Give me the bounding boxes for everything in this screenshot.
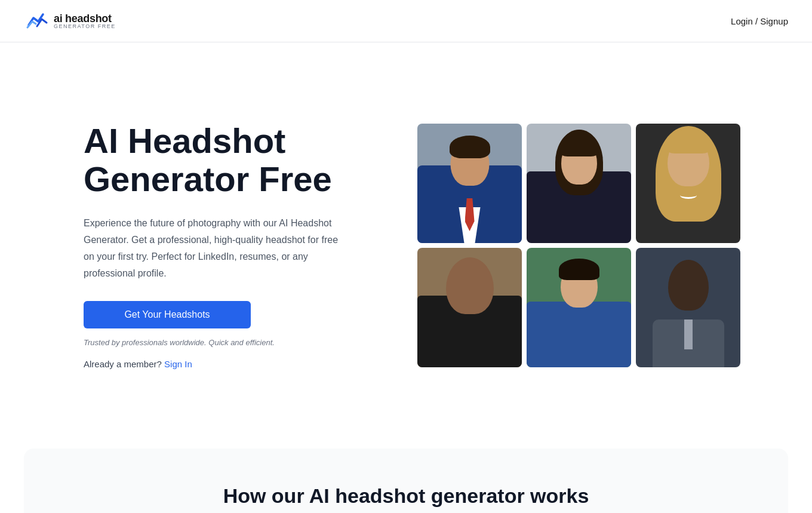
logo-icon: [24, 8, 49, 33]
how-it-works-section: How our AI headshot generator works 1 Up…: [0, 449, 812, 513]
hair-top-2: [559, 136, 598, 156]
hero-description: Experience the future of photography wit…: [84, 215, 346, 282]
how-it-works-container: How our AI headshot generator works 1 Up…: [24, 449, 788, 513]
smile-3: [680, 192, 697, 199]
hero-section: AI Headshot Generator Free Experience th…: [0, 42, 812, 449]
hair-top-3: [666, 130, 710, 153]
headshot-1: [417, 124, 522, 243]
logo-text: ai headshot GENERATOR FREE: [54, 13, 116, 29]
navbar: ai headshot GENERATOR FREE Login / Signu…: [0, 0, 812, 42]
headshot-grid: [417, 124, 740, 367]
logo-brand: ai headshot: [54, 13, 116, 24]
tie-6: [684, 320, 693, 349]
logo-sub: GENERATOR FREE: [54, 24, 116, 29]
face-4: [446, 257, 494, 314]
headshot-2: [527, 124, 631, 243]
hair-5: [559, 259, 599, 280]
login-signup-link[interactable]: Login / Signup: [731, 16, 788, 26]
logo[interactable]: ai headshot GENERATOR FREE: [24, 8, 116, 33]
face-6: [668, 260, 709, 311]
how-title: How our AI headshot generator works: [48, 484, 764, 508]
hero-left: AI Headshot Generator Free Experience th…: [84, 122, 382, 369]
hero-title: AI Headshot Generator Free: [84, 122, 382, 198]
headshot-4: [417, 248, 522, 367]
trusted-text: Trusted by professionals worldwide. Quic…: [84, 338, 382, 347]
already-member-text: Already a member? Sign In: [84, 359, 382, 369]
hair-1: [450, 136, 490, 158]
sign-in-link[interactable]: Sign In: [164, 359, 192, 369]
headshot-3: [636, 124, 740, 243]
headshot-5: [527, 248, 631, 367]
get-headshots-button[interactable]: Get Your Headshots: [84, 301, 251, 328]
headshot-6: [636, 248, 740, 367]
